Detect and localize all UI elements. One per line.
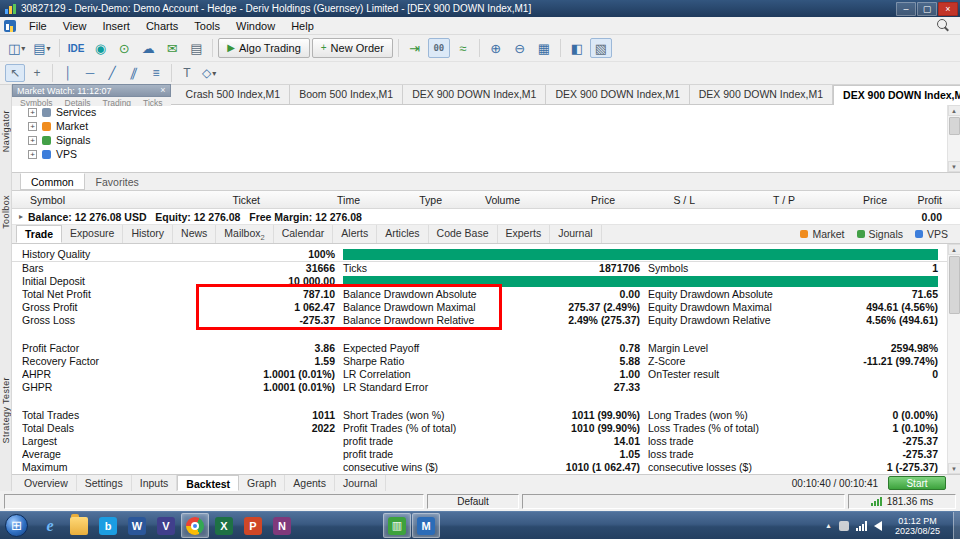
navigator-item-market[interactable]: +Market [12, 119, 960, 133]
tester-tab-overview[interactable]: Overview [16, 475, 77, 491]
zoom-out-button[interactable]: ⊖ [509, 38, 531, 58]
market-watch-tab-ticks[interactable]: Ticks [143, 98, 163, 106]
maximize-button[interactable]: ▢ [917, 2, 937, 16]
navigator-item-services[interactable]: +Services [12, 105, 960, 119]
scroll-up-icon[interactable]: ▲ [948, 244, 960, 255]
navigator-item-signals[interactable]: +Signals [12, 133, 960, 147]
chart-tab[interactable]: DEX 900 DOWN Index,M1 [403, 85, 546, 104]
column-tp[interactable]: T / P [705, 194, 805, 206]
menu-insert[interactable]: Insert [94, 18, 138, 34]
profiles-button[interactable]: ▤▾ [30, 38, 53, 58]
column-sl[interactable]: S / L [625, 194, 705, 206]
close-button[interactable]: × [938, 2, 958, 16]
app-menu-icon[interactable] [4, 20, 16, 32]
column-ticket[interactable]: Ticket [130, 194, 270, 206]
tray-chevron-icon[interactable]: ▲ [825, 522, 832, 529]
menu-help[interactable]: Help [283, 18, 322, 34]
column-symbol[interactable]: Symbol [12, 194, 130, 206]
navigator-scrollbar[interactable]: ▲ ▼ [947, 105, 960, 172]
text-tool-button[interactable]: T [177, 64, 197, 82]
community-button[interactable]: ☁ [137, 38, 159, 58]
tray-app-icon[interactable] [839, 521, 849, 531]
expand-balance-icon[interactable]: ▸ [12, 212, 28, 221]
show-desktop-button[interactable] [953, 512, 960, 539]
taskbar-chrome-button[interactable] [181, 513, 209, 538]
taskbar-explorer-button[interactable] [65, 513, 93, 538]
column-type[interactable]: Type [370, 194, 452, 206]
tester-tab-settings[interactable]: Settings [77, 475, 132, 491]
channel-tool-button[interactable]: ∥ [124, 64, 144, 82]
tester-tab-journal[interactable]: Journal [335, 475, 386, 491]
algo-market-button[interactable]: ◉ [89, 38, 111, 58]
strategy-tester-button[interactable]: ▧ [590, 38, 612, 58]
navigator-side-tab[interactable]: Navigator [1, 110, 12, 152]
scroll-down-icon[interactable]: ▼ [948, 161, 960, 172]
signals-toolbar-button[interactable]: ⊙ [113, 38, 135, 58]
taskbar-mt5-button[interactable]: ▥ [383, 513, 411, 538]
menu-file[interactable]: File [21, 18, 55, 34]
toolbox-tab-articles[interactable]: Articles [377, 225, 428, 243]
market-watch-close-icon[interactable]: × [160, 86, 165, 95]
expand-icon[interactable]: + [28, 122, 37, 131]
balance-row[interactable]: ▸ Balance: 12 276.08 USD Equity: 12 276.… [12, 209, 960, 225]
toolbox-tab-calendar[interactable]: Calendar [274, 225, 334, 243]
network-icon[interactable] [856, 521, 867, 531]
expand-icon[interactable]: + [28, 108, 37, 117]
volume-icon[interactable] [874, 521, 882, 531]
taskbar-word-button[interactable]: W [123, 513, 151, 538]
column-price[interactable]: Price [530, 194, 625, 206]
results-scrollbar[interactable]: ▲ ▼ [947, 244, 960, 474]
market-watch-tab-trading[interactable]: Trading [103, 98, 132, 106]
toolbox-tab-alerts[interactable]: Alerts [333, 225, 377, 243]
taskbar-clock[interactable]: 01:12 PM 2023/08/25 [889, 516, 946, 536]
new-order-button[interactable]: +New Order [312, 38, 393, 58]
toolbox-side-tab[interactable]: Toolbox [1, 195, 12, 229]
taskbar-excel-button[interactable]: X [210, 513, 238, 538]
taskbar-bing-button[interactable]: b [94, 513, 122, 538]
tick-chart-button[interactable]: ≈ [452, 38, 474, 58]
column-time[interactable]: Time [270, 194, 370, 206]
cursor-tool-button[interactable]: ↖ [5, 64, 25, 82]
column-volume[interactable]: Volume [452, 194, 530, 206]
taskbar-onenote-button[interactable]: N [268, 513, 296, 538]
toolbox-tab-experts[interactable]: Experts [498, 225, 551, 243]
chart-tab[interactable]: DEX 900 DOWN Index,M1 [690, 85, 833, 104]
toolbox-tab-trade[interactable]: Trade [16, 225, 62, 243]
crosshair-tool-button[interactable]: + [27, 64, 47, 82]
market-watch-tab-symbols[interactable]: Symbols [20, 98, 53, 106]
tester-tab-backtest[interactable]: Backtest [177, 475, 239, 491]
scroll-up-icon[interactable]: ▲ [948, 105, 960, 116]
toolbox-tab-codebase[interactable]: Code Base [429, 225, 498, 243]
chart-tab[interactable]: DEX 900 DOWN Index,M1 [546, 85, 689, 104]
menu-tools[interactable]: Tools [186, 18, 228, 34]
layers-button[interactable]: ▤ [185, 38, 207, 58]
trendline-tool-button[interactable]: ╱ [102, 64, 122, 82]
shapes-tool-button[interactable]: ◇▾ [199, 64, 219, 82]
expand-icon[interactable]: + [28, 150, 37, 159]
taskbar-app-button[interactable]: V [152, 513, 180, 538]
toolbox-vps-link[interactable]: VPS [915, 228, 948, 240]
toolbox-tab-history[interactable]: History [123, 225, 173, 243]
chart-tab[interactable]: Crash 500 Index,M1 [177, 85, 291, 104]
algo-trading-button[interactable]: ▶Algo Trading [218, 38, 309, 58]
tile-windows-button[interactable]: ▦ [533, 38, 555, 58]
toolbox-tab-mailbox[interactable]: Mailbox2 [216, 225, 273, 243]
tester-tab-inputs[interactable]: Inputs [132, 475, 178, 491]
horizontal-line-tool-button[interactable]: ─ [80, 64, 100, 82]
menu-charts[interactable]: Charts [138, 18, 186, 34]
search-icon[interactable] [937, 19, 950, 32]
scroll-down-icon[interactable]: ▼ [948, 463, 960, 474]
market-watch-tab-details[interactable]: Details [65, 98, 91, 106]
start-button[interactable]: Start [888, 476, 946, 490]
toolbox-market-link[interactable]: Market [800, 228, 844, 240]
arrange-windows-button[interactable]: ◧ [566, 38, 588, 58]
tab-common[interactable]: Common [20, 173, 85, 190]
navigator-item-vps[interactable]: +VPS [12, 147, 960, 161]
strategy-tester-side-tab[interactable]: Strategy Tester [1, 377, 12, 443]
expand-icon[interactable]: + [28, 136, 37, 145]
toolbox-tab-exposure[interactable]: Exposure [62, 225, 123, 243]
market-watch-header[interactable]: Market Watch: 11:12:07 × [12, 84, 171, 97]
taskbar-metaeditor-button[interactable]: M [412, 513, 440, 538]
profile-name[interactable]: Default [427, 494, 519, 509]
column-price-current[interactable]: Price [805, 194, 897, 206]
